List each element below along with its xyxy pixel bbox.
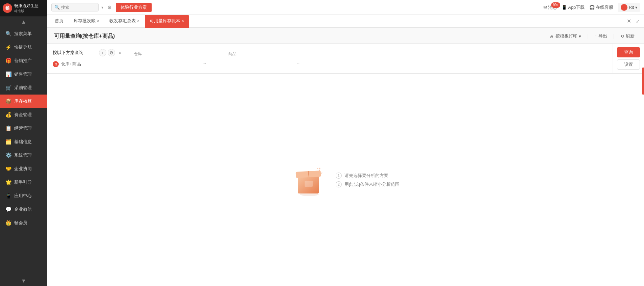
sidebar-nav: 🔍 搜索菜单 ⚡ 快捷导航 🎁 营销推广 📊 销售管理 🛒 采购管理 📦 库存核…: [0, 27, 47, 276]
sidebar-item-search[interactable]: 🔍 搜索菜单: [0, 27, 47, 41]
divider2: |: [613, 33, 615, 39]
sidebar-item-marketing[interactable]: 🎁 营销推广: [0, 54, 47, 68]
sidebar-scroll-up[interactable]: ▲: [0, 17, 47, 27]
phone-icon: 📱: [562, 5, 567, 10]
purchase-icon: 🛒: [5, 85, 11, 91]
sidebar-item-shortcut[interactable]: ⚡ 快捷导航: [0, 41, 47, 54]
settings-button[interactable]: 设置: [617, 59, 640, 70]
sidebar-item-purchase[interactable]: 🛒 采购管理: [0, 81, 47, 95]
tab-close-all-btn[interactable]: ✕: [625, 17, 633, 26]
tab-summary-close[interactable]: ×: [137, 19, 139, 23]
sidebar-item-sales[interactable]: 📊 销售管理: [0, 68, 47, 81]
query-panel: 按以下方案查询 + ⚙ « ⚙ 仓库+商品 仓库 ...: [47, 44, 644, 74]
sidebar: 畅 畅康通好生意 标准版 ▲ 🔍 搜索菜单 ⚡ 快捷导航 🎁 营销推广 📊 销售…: [0, 0, 47, 286]
customer-service-btn[interactable]: 🎧 在线客服: [589, 4, 613, 10]
scheme-item-warehouse-goods[interactable]: ⚙ 仓库+商品: [47, 58, 128, 70]
shortcut-icon: ⚡: [5, 44, 11, 50]
sidebar-item-system[interactable]: ⚙️ 系统管理: [0, 149, 47, 162]
tab-summary[interactable]: 收发存汇总表 ×: [105, 15, 144, 28]
search-input[interactable]: [61, 5, 88, 10]
goods-more-btn[interactable]: ...: [297, 60, 301, 64]
industry-btn[interactable]: 体验行业方案: [116, 3, 152, 12]
topbar-right: ✉ 消息 99+ 📱 App下载 🎧 在线客服 Rit ▾: [543, 3, 640, 12]
sidebar-item-wechat[interactable]: 💬 企业微信: [0, 203, 47, 216]
scheme-actions: + ⚙ «: [99, 49, 124, 56]
sales-icon: 📊: [5, 71, 11, 77]
apps-icon: 📱: [5, 193, 11, 199]
guide-icon: 🌟: [5, 179, 11, 185]
sidebar-item-inventory[interactable]: 📦 库存核算: [0, 95, 47, 108]
search-chevron-icon[interactable]: ▾: [101, 5, 103, 10]
finance-icon: 💰: [5, 112, 11, 118]
scheme-collapse-btn[interactable]: «: [117, 49, 124, 56]
export-btn[interactable]: ↑ 导出: [592, 32, 610, 41]
brand-logo: 畅: [3, 3, 12, 13]
user-menu-btn[interactable]: Rit ▾: [618, 3, 640, 12]
sidebar-item-finance[interactable]: 💰 资金管理: [0, 108, 47, 122]
goods-filter: 商品 ...: [228, 51, 316, 66]
warehouse-input-row: ...: [134, 58, 222, 66]
sidebar-item-enterprise[interactable]: 🤝 企业协同: [0, 162, 47, 176]
tab-available-close[interactable]: ×: [182, 19, 184, 23]
warehouse-input[interactable]: [134, 58, 201, 66]
sidebar-item-operations[interactable]: 📋 经营管理: [0, 122, 47, 135]
scheme-header: 按以下方案查询 + ⚙ «: [47, 47, 128, 58]
basic-icon: 🗂️: [5, 139, 11, 145]
svg-rect-5: [305, 181, 313, 187]
search-icon: 🔍: [5, 31, 11, 37]
scroll-hint: [642, 68, 644, 95]
svg-text:✦: ✦: [321, 172, 323, 175]
empty-tips: 1 请先选择要分析的方案 2 用[过滤]条件来缩小分析范围: [336, 173, 400, 187]
query-button[interactable]: 查询: [617, 47, 640, 57]
tab-expand-btn[interactable]: ⤢: [635, 17, 641, 25]
operations-icon: 📋: [5, 125, 11, 131]
scheme-add-btn[interactable]: +: [99, 49, 106, 56]
export-icon: ↑: [595, 34, 597, 39]
tip1-text: 请先选择要分析的方案: [344, 173, 388, 179]
right-buttons: 查询 设置: [613, 44, 644, 73]
page-actions: 🖨 按模板打印 ▾ | ↑ 导出 | ↻ 刷新: [547, 32, 637, 41]
refresh-btn[interactable]: ↻ 刷新: [618, 32, 637, 41]
sidebar-item-guide[interactable]: 🌟 新手引导: [0, 176, 47, 189]
scheme-panel: 按以下方案查询 + ⚙ « ⚙ 仓库+商品: [47, 44, 128, 73]
tab-home[interactable]: 首页: [50, 15, 68, 28]
topbar-gear-icon[interactable]: ⚙: [106, 3, 113, 11]
warehouse-filter: 仓库 ...: [134, 51, 222, 66]
tab-batch-close[interactable]: ×: [97, 19, 99, 23]
enterprise-icon: 🤝: [5, 166, 11, 172]
warehouse-more-btn[interactable]: ...: [203, 60, 206, 64]
empty-illustration: ✦ ✦: [292, 163, 326, 197]
tip1-num: 1: [336, 173, 342, 179]
print-chevron-icon: ▾: [579, 34, 581, 39]
headset-icon: 🎧: [589, 5, 595, 10]
topbar-search-box[interactable]: 🔍: [51, 3, 99, 11]
goods-input[interactable]: [228, 58, 296, 66]
tabs-bar: 首页 库存批次账 × 收发存汇总表 × 可用量库存账本 × ✕ ⤢: [47, 15, 644, 28]
sidebar-scroll-down[interactable]: ▼: [0, 276, 47, 286]
empty-tip-2: 2 用[过滤]条件来缩小分析范围: [336, 181, 400, 187]
tab-available[interactable]: 可用量库存账本 ×: [145, 15, 189, 28]
user-avatar: [621, 4, 627, 11]
warehouse-label: 仓库: [134, 51, 222, 57]
tab-batch[interactable]: 库存批次账 ×: [69, 15, 104, 28]
divider: |: [587, 33, 589, 39]
page-header: 可用量查询(按仓库+商品) 🖨 按模板打印 ▾ | ↑ 导出 | ↻ 刷新: [47, 28, 644, 44]
scheme-settings-btn[interactable]: ⚙: [108, 49, 115, 56]
scheme-item-icon: ⚙: [53, 61, 59, 67]
refresh-icon: ↻: [621, 34, 624, 39]
message-icon: ✉: [543, 5, 547, 10]
inventory-icon: 📦: [5, 98, 11, 104]
sidebar-item-basic[interactable]: 🗂️ 基础信息: [0, 135, 47, 149]
sidebar-item-members[interactable]: 👑 畅会员: [0, 216, 47, 230]
app-download-btn[interactable]: 📱 App下载: [562, 4, 585, 10]
user-chevron-icon: ▾: [635, 5, 637, 10]
sidebar-item-apps[interactable]: 📱 应用中心: [0, 189, 47, 203]
print-btn[interactable]: 🖨 按模板打印 ▾: [547, 32, 584, 41]
empty-state: ✦ ✦ 1 请先选择要分析的方案 2 用[过: [292, 163, 400, 197]
empty-tip-1: 1 请先选择要分析的方案: [336, 173, 400, 179]
tabs-controls: ✕ ⤢: [625, 17, 641, 26]
system-icon: ⚙️: [5, 152, 11, 158]
goods-input-row: ...: [228, 58, 316, 66]
marketing-icon: 🎁: [5, 58, 11, 64]
message-btn[interactable]: ✉ 消息 99+: [543, 4, 557, 10]
